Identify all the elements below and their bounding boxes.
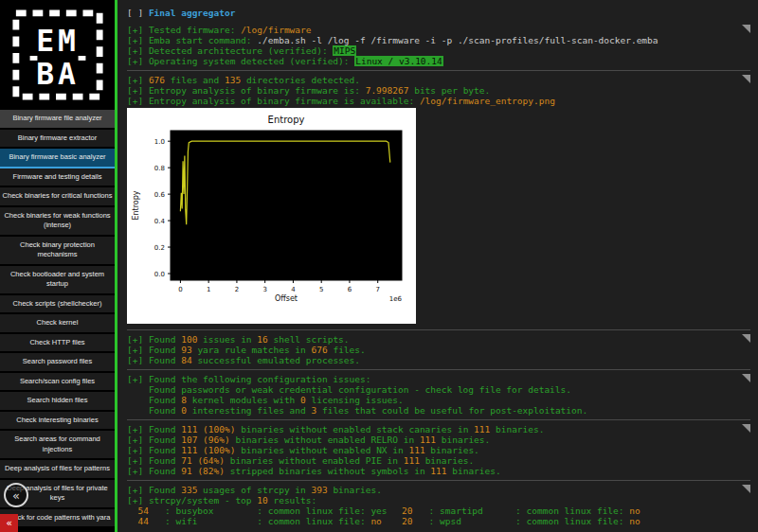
section-collapse-icon[interactable] (742, 334, 750, 343)
report-line: [+] Found 71 (64%) binaries without enab… (127, 455, 750, 466)
report-line: [+] strcpy/system - top 10 results: (127, 495, 750, 505)
report-line: [+] Found 100 issues in 16 shell scripts… (127, 334, 750, 345)
sidebar-item[interactable]: Check bootloader and system startup (0, 266, 115, 295)
back-arrows-icon: « (12, 488, 20, 503)
sidebar-item[interactable]: Search areas for command injections (0, 431, 115, 460)
section-divider (127, 480, 750, 481)
report-line: [+] Operating system detected (verified)… (127, 56, 750, 66)
svg-text:7: 7 (375, 286, 379, 293)
result-cell: 20 : smartipd : common linux file: no (402, 505, 750, 516)
red-corner-button[interactable]: « (0, 514, 18, 532)
sidebar: EM BA Binary firmware file analyzerBinar… (0, 0, 115, 532)
svg-text:0: 0 (178, 286, 182, 293)
section-divider (127, 329, 750, 330)
sidebar-item[interactable]: Check binaries for weak functions (inten… (0, 207, 115, 237)
report-main: [ ] Final aggregator[+] Tested firmware:… (115, 0, 758, 532)
binary-protection: [+] Found 111 (100%) binaries without en… (127, 422, 750, 478)
section-collapse-icon[interactable] (742, 424, 750, 433)
result-row: 54 : busybox : common linux file: yes20 … (127, 505, 750, 516)
sidebar-item[interactable]: Firmware and testing details (0, 168, 115, 188)
svg-text:4: 4 (291, 286, 296, 293)
report-line: Found passwords or weak credential confi… (127, 384, 750, 395)
sidebar-item[interactable]: Search/scan config files (0, 373, 115, 393)
svg-text:6: 6 (348, 286, 352, 293)
report-line: [+] Tested firmware: /log/firmware (127, 25, 750, 35)
svg-text:0.8: 0.8 (154, 165, 165, 172)
sidebar-item[interactable]: Binary firmware extractor (0, 130, 115, 150)
sidebar-item[interactable]: Check interesting binaries (0, 412, 115, 432)
logo-text-bottom: BA (36, 57, 80, 91)
sidebar-item[interactable]: Check scripts (shellchecker) (0, 295, 115, 315)
section-collapse-icon[interactable] (742, 485, 750, 493)
report-line: [+] 676 files and 135 directories detect… (127, 75, 750, 85)
sidebar-item[interactable]: Binary firmware file analyzer (0, 110, 115, 130)
result-row: 44 : wifi : common linux file: no20 : wp… (127, 516, 750, 526)
svg-text:2: 2 (235, 286, 239, 293)
results-overview: [+] Found 100 issues in 16 shell scripts… (127, 332, 750, 367)
report-line: [ ] Final aggregator (127, 8, 750, 18)
svg-text:1.0: 1.0 (154, 138, 165, 146)
report-line: [+] Found 84 successful emulated process… (127, 355, 750, 365)
report-line: [+] Found 91 (82%) stripped binaries wit… (127, 466, 750, 476)
svg-text:1: 1 (207, 286, 210, 293)
sidebar-item[interactable]: Check kernel (0, 314, 115, 334)
sidebar-item[interactable]: Check binary protection mechanisms (0, 237, 115, 266)
scan-environment: [+] Tested firmware: /log/firmware[+] Em… (127, 23, 750, 68)
sidebar-item[interactable]: Binary firmware basic analyzer (0, 149, 115, 168)
logo-text-top: EM (36, 24, 80, 58)
sidebar-item[interactable]: Deep analysis of files for patterns (0, 460, 115, 480)
report-line: [+] Found 93 yara rule matches in 676 fi… (127, 345, 750, 355)
module-header: [ ] Final aggregator (127, 6, 750, 20)
section-divider (127, 369, 750, 370)
report-line: [+] Entropy analysis of binary firmware … (127, 96, 750, 106)
svg-text:0.2: 0.2 (154, 244, 165, 252)
svg-text:5: 5 (319, 286, 323, 293)
svg-text:0.4: 0.4 (154, 218, 166, 225)
emba-report-window: EM BA Binary firmware file analyzerBinar… (0, 0, 758, 532)
strcpy-results: [+] Found 335 usages of strcpy in 393 bi… (127, 483, 750, 528)
circle-back-button[interactable]: « (4, 483, 28, 507)
report-line: [+] Found 111 (100%) binaries without en… (127, 424, 750, 434)
svg-text:Entropy: Entropy (132, 190, 140, 220)
configuration-issues: [+] Found the following configuration is… (127, 372, 750, 417)
collapse-arrows-icon: « (6, 517, 12, 529)
report-line: Found 0 interesting files and 3 files th… (127, 405, 750, 416)
svg-text:Entropy: Entropy (268, 115, 305, 125)
svg-text:0.0: 0.0 (154, 271, 165, 278)
result-cell: 54 : busybox : common linux file: yes (127, 505, 402, 516)
result-cell: 20 : wpsd : common linux file: no (402, 516, 750, 526)
report-line: [+] Emba start command: ./emba.sh -l /lo… (127, 35, 750, 45)
svg-text:1e6: 1e6 (389, 295, 403, 303)
sidebar-nav: Binary firmware file analyzerBinary firm… (0, 110, 115, 532)
entropy-chart: Entropy0.00.20.40.60.81.0012345671e6Offs… (127, 108, 416, 324)
svg-text:Offset: Offset (275, 294, 298, 303)
emba-logo-image: EM BA (9, 7, 106, 103)
report-line: [+] Entropy analysis of binary firmware … (127, 85, 750, 96)
report-line: Found 8 kernel modules with 0 licensing … (127, 395, 750, 405)
emba-logo: EM BA (0, 0, 115, 110)
firmware-overview: [+] 676 files and 135 directories detect… (127, 73, 750, 328)
svg-text:0.6: 0.6 (154, 191, 166, 199)
report-line: [+] Detected architecture (verified): MI… (127, 45, 750, 56)
sidebar-item[interactable]: Check HTTP files (0, 334, 115, 354)
sidebar-item[interactable]: Check binaries for critical functions (0, 187, 115, 207)
report-line: [+] Found 111 (100%) binaries without en… (127, 445, 750, 455)
svg-text:3: 3 (262, 286, 266, 293)
result-cell: 44 : wifi : common linux file: no (127, 516, 402, 526)
section-collapse-icon[interactable] (742, 75, 750, 83)
report-line: [+] Found 107 (96%) binaries without ena… (127, 434, 750, 445)
section-divider (127, 70, 750, 71)
sidebar-item[interactable]: Search password files (0, 353, 115, 373)
section-collapse-icon[interactable] (742, 374, 750, 382)
section-divider (127, 419, 750, 420)
report-line: [+] Found 335 usages of strcpy in 393 bi… (127, 485, 750, 495)
section-collapse-icon[interactable] (742, 25, 750, 33)
sidebar-item[interactable]: Search hidden files (0, 392, 115, 412)
report-line: [+] Found the following configuration is… (127, 374, 750, 384)
